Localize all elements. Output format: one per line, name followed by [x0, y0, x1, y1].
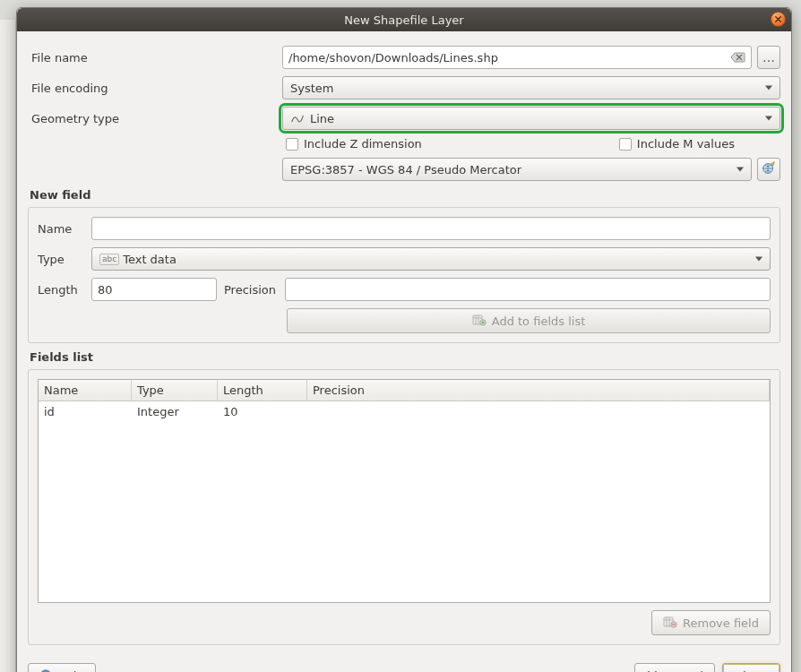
crs-value: EPSG:3857 - WGS 84 / Pseudo Mercator — [290, 163, 521, 177]
ok-button[interactable]: OK — [722, 663, 780, 672]
file-encoding-combo[interactable]: System — [282, 76, 780, 99]
chevron-down-icon — [736, 168, 744, 172]
close-icon — [774, 15, 782, 23]
new-field-type-value: Text data — [123, 253, 177, 266]
crs-combo[interactable]: EPSG:3857 - WGS 84 / Pseudo Mercator — [282, 158, 752, 181]
chevron-down-icon — [765, 86, 772, 90]
group-label-new-field: New field — [30, 188, 780, 202]
remove-field-icon — [663, 616, 677, 631]
new-field-name-input[interactable] — [91, 217, 771, 240]
chevron-down-icon — [755, 257, 762, 262]
checkbox-include-m[interactable]: Include M values — [619, 137, 735, 151]
col-header-name[interactable]: Name — [39, 380, 132, 401]
remove-field-button[interactable]: Remove field — [651, 610, 771, 635]
add-field-icon — [472, 314, 487, 329]
label-file-encoding: File encoding — [28, 82, 282, 95]
cancel-button[interactable]: Cancel — [634, 663, 715, 672]
new-field-precision-input[interactable] — [285, 278, 771, 301]
label-nf-length: Length — [38, 283, 84, 297]
cancel-label: Cancel — [664, 669, 703, 673]
checkbox-icon — [286, 138, 298, 151]
col-header-type[interactable]: Type — [132, 380, 218, 401]
label-include-z: Include Z dimension — [304, 137, 422, 151]
checkbox-icon — [619, 138, 632, 151]
help-label: Help — [57, 669, 84, 673]
remove-field-label: Remove field — [683, 616, 759, 630]
clear-icon[interactable] — [731, 51, 745, 64]
new-field-type-combo[interactable]: abc Text data — [91, 247, 771, 271]
help-button[interactable]: ? Help — [28, 663, 96, 672]
crs-selector-button[interactable] — [757, 158, 780, 181]
text-type-icon: abc — [99, 254, 119, 265]
label-nf-type: Type — [38, 253, 84, 266]
table-row[interactable]: id Integer 10 — [39, 401, 770, 422]
geometry-type-value: Line — [310, 112, 334, 125]
cell-precision — [307, 403, 770, 420]
col-header-precision[interactable]: Precision — [307, 380, 770, 401]
new-field-group: Name Type abc Text data Length 80 Precis… — [28, 207, 780, 343]
label-nf-name: Name — [38, 222, 84, 236]
globe-icon — [761, 160, 777, 179]
label-geometry-type: Geometry type — [28, 112, 282, 125]
file-encoding-value: System — [290, 82, 333, 95]
label-nf-precision: Precision — [224, 283, 278, 297]
cell-type: Integer — [132, 403, 218, 420]
ok-label: OK — [752, 669, 769, 673]
file-name-value: /home/shovon/Downloads/Lines.shp — [289, 51, 498, 65]
group-label-fields-list: Fields list — [30, 350, 780, 364]
geometry-type-combo[interactable]: Line — [282, 107, 780, 130]
window-title: New Shapefile Layer — [344, 13, 463, 27]
fields-table[interactable]: Name Type Length Precision id Integer 10 — [38, 379, 771, 603]
cell-length: 10 — [218, 403, 307, 420]
chevron-down-icon — [765, 116, 772, 121]
col-header-length[interactable]: Length — [218, 380, 307, 401]
add-to-fields-button[interactable]: Add to fields list — [287, 308, 771, 333]
close-button[interactable] — [771, 12, 786, 27]
new-field-length-input[interactable]: 80 — [91, 278, 217, 301]
file-name-input[interactable]: /home/shovon/Downloads/Lines.shp — [282, 46, 752, 69]
fields-list-group: Name Type Length Precision id Integer 10 — [28, 369, 780, 645]
label-file-name: File name — [28, 51, 282, 65]
titlebar[interactable]: New Shapefile Layer — [17, 8, 791, 31]
label-include-m: Include M values — [637, 137, 735, 151]
cell-name: id — [39, 403, 132, 420]
add-to-fields-label: Add to fields list — [492, 314, 586, 328]
new-field-length-value: 80 — [98, 283, 113, 297]
line-geometry-icon — [290, 112, 305, 125]
browse-button[interactable]: … — [757, 46, 780, 69]
checkbox-include-z[interactable]: Include Z dimension — [286, 137, 422, 151]
dialog-new-shapefile-layer: New Shapefile Layer File name /home/shov… — [16, 7, 792, 672]
